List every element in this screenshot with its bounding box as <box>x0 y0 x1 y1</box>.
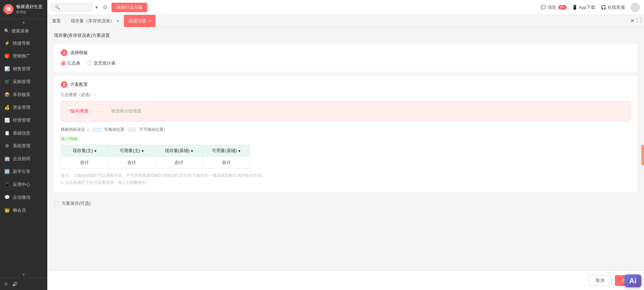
system-icon: ⚙ <box>4 143 10 149</box>
sidebar-item-enterprise-wechat[interactable]: 💬 企业微信 <box>0 191 47 204</box>
app-download-button[interactable]: 📱 App下载 <box>572 4 595 10</box>
user-avatar[interactable] <box>630 3 640 12</box>
message-icon: 💬 <box>541 5 546 10</box>
tab-close-new-plan[interactable]: × <box>148 19 151 23</box>
sidebar-item-purchase[interactable]: 🛒 采购管理 <box>0 75 47 88</box>
new-guide-icon: 🆕 <box>4 169 10 175</box>
template-radio-group: 汇总表 交叉统计表 <box>61 60 630 66</box>
tab-close-icon[interactable]: ✕ <box>630 18 635 24</box>
topbar: 🔍 ▼ ⚙ 体验行业方案 💬 消息 99+ 📱 App下载 🎧 在线客服 <box>47 0 644 15</box>
sidebar-item-member[interactable]: 👑 畅会员 <box>0 204 47 217</box>
chevron-down-icon-1: ▾ <box>142 148 144 153</box>
settings-icon[interactable]: ⚙ <box>4 282 8 287</box>
step2-label: 2 方案配置 <box>61 81 630 88</box>
topbar-search-icon: 🔍 <box>55 5 60 10</box>
message-button[interactable]: 💬 消息 99+ <box>541 4 567 10</box>
radio-crosstab[interactable]: 交叉统计表 <box>87 60 116 66</box>
sidebar-item-finance[interactable]: 💰 资金管理 <box>0 101 47 114</box>
tab-home[interactable]: 首页 <box>47 15 66 27</box>
dimension-box: *纵向维度 —— 请选择分组维度 <box>61 101 630 121</box>
sidebar-scroll-up[interactable]: ▲ <box>0 19 47 25</box>
online-service-button[interactable]: 🎧 在线客服 <box>601 4 625 10</box>
chevron-down-icon-3: ▾ <box>238 148 241 153</box>
audio-icon[interactable]: 🔊 <box>12 282 18 287</box>
sidebar-item-new-guide[interactable]: 🆕 新手引导 <box>0 165 47 178</box>
tab-expand-icon[interactable]: ⛶ <box>637 18 641 24</box>
message-badge: 99+ <box>558 5 567 9</box>
tips-section: 提示： 1.拖动标题栏可以调整布局，不可跨维度或指标区域拖动栏目字段(只能在同一… <box>61 173 630 186</box>
basic-info-icon: 📋 <box>4 130 10 136</box>
save-checkbox[interactable] <box>54 201 59 206</box>
radio-dot-crosstab <box>87 61 92 66</box>
app-logo-icon: 畅 <box>3 4 14 14</box>
sidebar-logo: 畅 畅康通好生意 标准版 <box>0 0 47 19</box>
sidebar-item-marketing[interactable]: 🎁 营销推广 <box>0 50 47 63</box>
tip-0: 提示： 1.拖动标题栏可以调整布局，不可跨维度或指标区域拖动栏目字段(只能在同一… <box>61 173 630 178</box>
save-option-section: 方案保存(可选) <box>54 196 637 234</box>
purchase-icon: 🛒 <box>4 79 10 85</box>
cell-0-3: 合计 <box>203 157 250 168</box>
metrics-config-section: 模板指标设定（ 可拖动位置 不可拖动位置） 统计指标 现存量(主) ▾ 可用 <box>61 127 630 169</box>
sidebar-item-basic-info[interactable]: 📋 基础信息 <box>0 127 47 140</box>
cell-0-1: 合计 <box>108 157 156 168</box>
draggable-indicator <box>93 128 101 132</box>
app-name: 畅康通好生意 标准版 <box>16 4 43 15</box>
step2-number: 2 <box>61 81 68 88</box>
sidebar-item-inventory[interactable]: 📦 库存核算 <box>0 88 47 101</box>
step1-title: 选择模板 <box>70 50 88 56</box>
topbar-dropdown[interactable]: ▼ <box>95 5 99 10</box>
sidebar-item-enterprise[interactable]: 🏢 企业协同 <box>0 152 47 165</box>
stats-table: 现存量(主) ▾ 可用量(主) ▾ 现存量(基辅) ▾ 可用量(基辅) <box>61 145 250 169</box>
sidebar-scroll-down[interactable]: ▼ <box>0 271 47 278</box>
right-scroll-indicator <box>641 145 644 165</box>
tab-close-inventory[interactable]: × <box>117 19 119 23</box>
main-area: 🔍 ▼ ⚙ 体验行业方案 💬 消息 99+ 📱 App下载 🎧 在线客服 <box>47 0 644 290</box>
step2-card: 2 方案配置 汇总维度（必选） *纵向维度 —— 请选择分组维度 模板指标设定（… <box>54 76 637 192</box>
sidebar-item-system[interactable]: ⚙ 系统管理 <box>0 140 47 152</box>
cancel-button[interactable]: 取消 <box>589 275 612 286</box>
non-draggable-indicator <box>128 128 136 132</box>
header-cell-2[interactable]: 现存量(基辅) ▾ <box>156 145 203 156</box>
header-cell-1[interactable]: 可用量(主) ▾ <box>108 145 156 156</box>
stats-section-title: 统计指标 <box>61 136 630 142</box>
dimension-required-label: 汇总维度（必选） <box>61 92 630 98</box>
dimension-placeholder[interactable]: 请选择分组维度 <box>111 108 142 114</box>
stats-table-header: 现存量(主) ▾ 可用量(主) ▾ 现存量(基辅) ▾ 可用量(基辅) <box>61 145 250 156</box>
sidebar-footer: ⚙ 🔊 <box>0 278 47 290</box>
app-center-icon: 📱 <box>4 182 10 188</box>
step1-number: 1 <box>61 49 68 56</box>
headset-icon: 🎧 <box>601 5 606 10</box>
marketing-icon: 🎁 <box>4 53 10 59</box>
ai-badge[interactable]: Ai <box>624 274 641 287</box>
sidebar-item-app-center[interactable]: 📱 应用中心 <box>0 178 47 191</box>
sales-icon: 📊 <box>4 66 10 72</box>
radio-summary[interactable]: 汇总表 <box>61 60 80 66</box>
app-download-icon: 📱 <box>572 5 577 10</box>
sidebar-item-operations[interactable]: 📈 经营管理 <box>0 114 47 127</box>
sidebar-item-quick-nav[interactable]: ⚡ 快捷导航 <box>0 37 47 50</box>
tab-new-plan[interactable]: 新建方案 × <box>124 15 156 27</box>
tab-inventory-status[interactable]: 现存量（库存状况表） × <box>66 15 124 27</box>
sidebar-item-search[interactable]: 🔍 搜索菜单 <box>0 25 47 37</box>
trial-industry-button[interactable]: 体验行业方案 <box>112 3 147 12</box>
enterprise-icon: 🏢 <box>4 156 10 162</box>
topbar-search-box[interactable]: 🔍 <box>51 3 92 11</box>
quick-nav-icon: ⚡ <box>4 40 10 46</box>
tip-1: 2. 点击标题栏下拉可设置排序、插入列和删除列 <box>61 180 630 186</box>
topbar-gear-icon[interactable]: ⚙ <box>103 4 107 10</box>
sidebar-nav: 🔍 搜索菜单 ⚡ 快捷导航 🎁 营销推广 📊 销售管理 🛒 采购管理 📦 库存核… <box>0 25 47 271</box>
required-star: *纵向维度 <box>69 108 89 114</box>
cell-0-2: 合计 <box>156 157 203 168</box>
chevron-down-icon-2: ▾ <box>191 148 193 153</box>
content-area: 现存量(库存状况表)方案设置 1 选择模板 汇总表 交叉统计表 2 <box>47 27 644 290</box>
finance-icon: 💰 <box>4 104 10 111</box>
header-cell-0[interactable]: 现存量(主) ▾ <box>61 145 108 156</box>
save-option-label[interactable]: 方案保存(可选) <box>54 200 637 207</box>
step1-label: 1 选择模板 <box>61 49 630 56</box>
dimension-arrow: —— <box>95 109 104 114</box>
header-cell-3[interactable]: 可用量(基辅) ▾ <box>203 145 250 156</box>
sidebar-item-sales[interactable]: 📊 销售管理 <box>0 63 47 75</box>
sidebar: 畅 畅康通好生意 标准版 ▲ 🔍 搜索菜单 ⚡ 快捷导航 🎁 营销推广 📊 销售… <box>0 0 47 290</box>
member-icon: 👑 <box>4 207 10 213</box>
enterprise-wechat-icon: 💬 <box>4 194 10 200</box>
